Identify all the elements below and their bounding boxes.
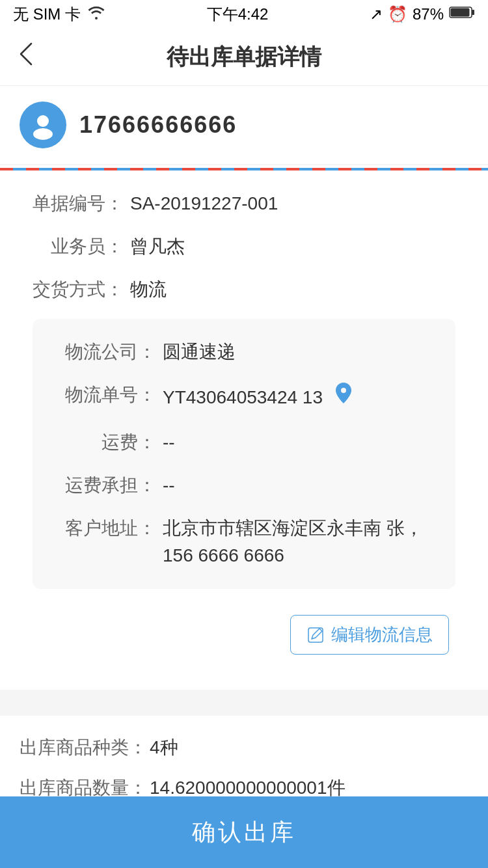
battery-text: 87% xyxy=(413,5,444,23)
address-value: 北京市市辖区海淀区永丰南 张，156 6666 6666 xyxy=(163,515,436,569)
edit-btn-label: 编辑物流信息 xyxy=(331,623,433,646)
page-title: 待出库单据详情 xyxy=(167,42,321,72)
salesman-value: 曾凡杰 xyxy=(130,233,468,260)
product-types-row: 出库商品种类： 4种 xyxy=(20,735,468,760)
user-header: 17666666666 xyxy=(0,86,488,164)
status-time: 下午4:42 xyxy=(207,4,269,25)
freight-label: 运费： xyxy=(52,429,156,456)
tracking-row: 物流单号： YT43064053424 13 xyxy=(52,381,436,413)
tracking-location-icon[interactable] xyxy=(333,381,354,413)
order-no-row: 单据编号： SA-20191227-001 xyxy=(20,190,468,217)
status-bar: 无 SIM 卡 下午4:42 ↗ ⏰ 87% xyxy=(0,0,488,29)
nav-bar: 待出库单据详情 xyxy=(0,29,488,86)
page-content: 17666666666 单据编号： SA-20191227-001 业务员： 曾… xyxy=(0,86,488,868)
wifi-icon xyxy=(87,5,105,23)
address-label: 客户地址： xyxy=(52,515,156,542)
logistics-card: 物流公司： 圆通速递 物流单号： YT43064053424 13 运费： -- xyxy=(33,319,455,589)
tracking-value: YT43064053424 13 xyxy=(163,381,436,413)
svg-rect-1 xyxy=(472,10,474,15)
freight-bear-row: 运费承担： -- xyxy=(52,472,436,499)
company-row: 物流公司： 圆通速递 xyxy=(52,338,436,366)
section-divider-1 xyxy=(0,703,488,716)
svg-rect-2 xyxy=(451,8,470,17)
freight-bear-label: 运费承担： xyxy=(52,472,156,499)
order-info-section: 单据编号： SA-20191227-001 业务员： 曾凡杰 交货方式： 物流 … xyxy=(0,170,488,690)
product-types-value: 4种 xyxy=(150,735,178,760)
status-left: 无 SIM 卡 xyxy=(13,4,105,25)
back-button[interactable] xyxy=(20,36,46,78)
confirm-button-label: 确认出库 xyxy=(192,817,296,848)
product-types-label: 出库商品种类： xyxy=(20,735,150,760)
edit-logistics-button[interactable]: 编辑物流信息 xyxy=(290,615,449,655)
alarm-icon: ⏰ xyxy=(388,5,407,23)
edit-btn-container: 编辑物流信息 xyxy=(20,602,468,670)
company-label: 物流公司： xyxy=(52,338,156,366)
salesman-label: 业务员： xyxy=(20,233,124,260)
confirm-button[interactable]: 确认出库 xyxy=(0,796,488,868)
salesman-row: 业务员： 曾凡杰 xyxy=(20,233,468,260)
svg-point-3 xyxy=(37,115,49,127)
location-status-icon: ↗ xyxy=(370,5,383,23)
dashed-divider xyxy=(0,165,488,170)
delivery-row: 交货方式： 物流 xyxy=(20,276,468,303)
freight-value: -- xyxy=(163,429,436,456)
battery-icon xyxy=(449,5,475,23)
delivery-label: 交货方式： xyxy=(20,276,124,303)
user-phone: 17666666666 xyxy=(79,111,237,139)
status-right: ↗ ⏰ 87% xyxy=(370,5,475,23)
carrier-text: 无 SIM 卡 xyxy=(13,4,81,25)
edit-icon xyxy=(306,626,325,644)
svg-point-4 xyxy=(33,128,53,140)
avatar xyxy=(20,102,66,148)
tracking-label: 物流单号： xyxy=(52,381,156,409)
freight-row: 运费： -- xyxy=(52,429,436,456)
freight-bear-value: -- xyxy=(163,472,436,499)
order-no-value: SA-20191227-001 xyxy=(130,190,468,217)
order-no-label: 单据编号： xyxy=(20,190,124,217)
delivery-value: 物流 xyxy=(130,276,468,303)
address-row: 客户地址： 北京市市辖区海淀区永丰南 张，156 6666 6666 xyxy=(52,515,436,569)
company-value: 圆通速递 xyxy=(163,338,436,366)
